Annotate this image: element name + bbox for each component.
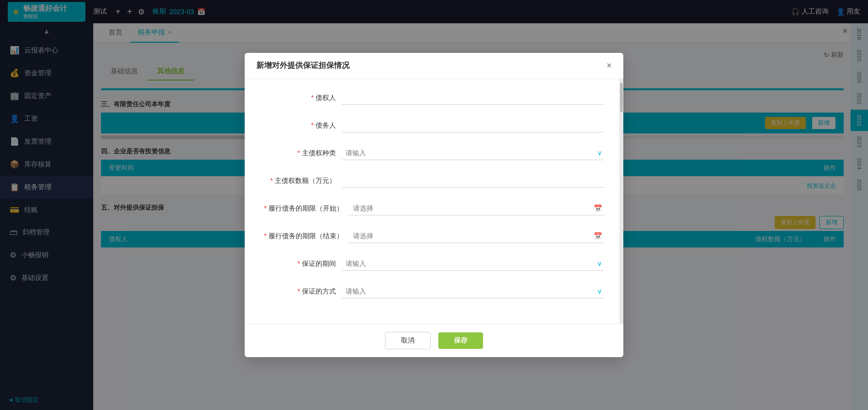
- claim-type-label-text: 主债权种类: [302, 149, 336, 157]
- form-row-claim-type: * 主债权种类 ∨: [264, 146, 604, 160]
- form-row-creditor: * 债权人: [264, 91, 604, 105]
- label-guarantee-method: * 保证的方式: [264, 287, 342, 296]
- label-claim-type: * 主债权种类: [264, 149, 342, 158]
- modal-scrollbar-thumb: [620, 83, 623, 112]
- claim-type-chevron: ∨: [597, 149, 604, 157]
- label-obligation-end: * 履行债务的期限（结束）: [264, 232, 349, 241]
- guarantee-period-chevron: ∨: [597, 260, 604, 267]
- form-row-debtor: * 债务人: [264, 118, 604, 132]
- modal-body: * 债权人 * 债务人 * 主债权种: [245, 79, 623, 324]
- form-row-obligation-start: * 履行债务的期限（开始） 📅: [264, 201, 604, 215]
- guarantee-period-select-wrapper[interactable]: ∨: [342, 257, 604, 271]
- label-claim-amount: * 主债权数额（万元）: [264, 177, 342, 185]
- guarantee-method-chevron: ∨: [597, 287, 604, 295]
- guarantee-method-input[interactable]: [342, 284, 597, 298]
- modal-overlay: 新增对外提供保证担保情况 × * 债权人 * 债务人: [0, 0, 868, 410]
- guarantee-period-label-text: 保证的期间: [302, 260, 336, 267]
- obligation-start-calendar-icon: 📅: [594, 204, 604, 212]
- claim-type-select-wrapper[interactable]: ∨: [342, 146, 604, 160]
- guarantee-method-label-text: 保证的方式: [302, 287, 336, 295]
- form-row-guarantee-period: * 保证的期间 ∨: [264, 257, 604, 271]
- modal-scrollbar[interactable]: [619, 79, 623, 324]
- label-creditor: * 债权人: [264, 94, 342, 102]
- form-row-obligation-end: * 履行债务的期限（结束） 📅: [264, 229, 604, 243]
- modal: 新增对外提供保证担保情况 × * 债权人 * 债务人: [245, 53, 623, 357]
- modal-header: 新增对外提供保证担保情况 ×: [245, 53, 623, 79]
- form-row-claim-amount: * 主债权数额（万元）: [264, 174, 604, 188]
- label-debtor: * 债务人: [264, 121, 342, 130]
- debtor-input[interactable]: [342, 118, 604, 132]
- debtor-label-text: 债务人: [316, 121, 336, 129]
- label-guarantee-period: * 保证的期间: [264, 260, 342, 268]
- obligation-end-date-wrapper[interactable]: 📅: [349, 229, 604, 243]
- claim-amount-input[interactable]: [342, 174, 604, 188]
- form-row-guarantee-method: * 保证的方式 ∨: [264, 284, 604, 298]
- creditor-label-text: 债权人: [316, 94, 336, 101]
- guarantee-period-input[interactable]: [342, 257, 597, 270]
- claim-amount-label-text: 主债权数额（万元）: [275, 177, 336, 184]
- cancel-button[interactable]: 取消: [385, 332, 431, 349]
- obligation-start-date-wrapper[interactable]: 📅: [349, 201, 604, 215]
- obligation-end-calendar-icon: 📅: [594, 232, 604, 240]
- obligation-end-input[interactable]: [349, 229, 594, 243]
- creditor-input[interactable]: [342, 91, 604, 105]
- guarantee-method-select-wrapper[interactable]: ∨: [342, 284, 604, 298]
- obligation-start-label-text: 履行债务的期限（开始）: [268, 204, 343, 212]
- label-obligation-start: * 履行债务的期限（开始）: [264, 204, 349, 213]
- modal-title: 新增对外提供保证担保情况: [256, 61, 350, 71]
- save-button[interactable]: 保存: [438, 332, 483, 349]
- claim-type-input[interactable]: [342, 146, 597, 160]
- modal-body-wrapper: * 债权人 * 债务人 * 主债权种: [245, 79, 623, 324]
- obligation-end-label-text: 履行债务的期限（结束）: [268, 232, 343, 240]
- modal-close-button[interactable]: ×: [606, 61, 612, 71]
- modal-footer: 取消 保存: [245, 324, 623, 357]
- obligation-start-input[interactable]: [349, 201, 594, 215]
